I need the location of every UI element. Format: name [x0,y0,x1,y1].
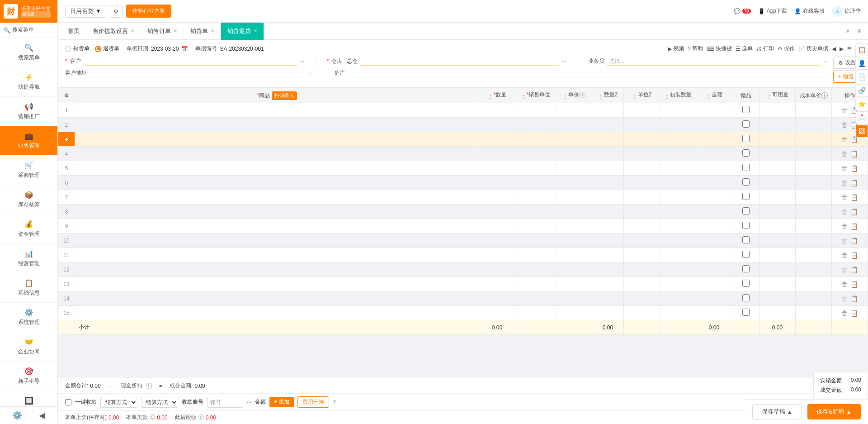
delete-row-icon-14[interactable]: 🗑 [841,295,848,302]
unit2-sort[interactable]: ▲▼ [633,94,637,100]
row-avail-13[interactable] [760,277,796,291]
row-qty-2[interactable] [479,118,515,132]
row-product-13[interactable] [75,277,479,291]
right-icon-2[interactable]: 👤 [855,57,868,70]
staff-input[interactable] [607,57,821,66]
header-settings-button[interactable]: ⚙ [110,5,123,18]
delete-row-icon-12[interactable]: 🗑 [841,266,848,273]
row-qty-4[interactable] [479,147,515,161]
row-avail-1[interactable] [760,103,796,118]
row-qty-5[interactable] [479,161,515,176]
row-amount-6[interactable] [696,176,732,190]
copy-row-icon-15[interactable]: 📋 [850,310,858,317]
add-row-button[interactable]: + [62,135,71,144]
gift-checkbox-3[interactable] [742,135,750,142]
row-product-3[interactable] [75,132,479,147]
row-pack-10[interactable] [660,233,696,248]
row-unit2-4[interactable] [624,147,660,161]
sidebar-item-apps[interactable]: 🔲应用中心 [0,391,57,406]
scan-button[interactable]: 扫码录入 [272,91,297,100]
row-pack-7[interactable] [660,190,696,205]
tab-销货单[interactable]: 销货单✕ [184,23,221,40]
row-unit2-3[interactable] [624,132,660,147]
right-icon-3[interactable]: 📄 [855,71,868,83]
row-cost-14[interactable] [796,291,832,306]
remark-input[interactable] [348,69,828,77]
nav-next[interactable]: ▶ [840,46,844,52]
row-gift-9[interactable] [732,219,760,233]
tab-销售订单[interactable]: 销售订单✕ [141,23,184,40]
row-avail-8[interactable] [760,205,796,219]
right-icon-6[interactable]: 📩 [855,111,868,124]
row-qty-7[interactable] [479,190,515,205]
delete-row-icon-5[interactable]: 🗑 [841,165,848,172]
gift-checkbox-1[interactable] [742,106,750,113]
row-unit-14[interactable] [515,291,556,306]
tab-售价提取设置[interactable]: 售价提取设置✕ [86,23,141,40]
help-btn[interactable]: ? 帮助 [688,45,703,52]
gift-checkbox-6[interactable] [742,178,750,186]
row-avail-10[interactable] [760,233,796,248]
warehouse-input[interactable] [360,57,559,66]
row-pack-9[interactable] [660,219,696,233]
delete-row-icon-1[interactable]: 🗑 [841,107,848,114]
row-unit2-15[interactable] [624,306,660,320]
row-gift-11[interactable] [732,248,760,262]
row-gift-12[interactable] [732,262,760,277]
row-cost-1[interactable] [796,103,832,118]
row-price-6[interactable] [556,176,592,190]
right-icon-4[interactable]: 🔗 [855,84,868,97]
radio-return[interactable]: 退货单 [95,45,119,52]
delete-row-icon-3[interactable]: 🗑 [841,136,848,143]
row-product-1[interactable] [75,103,479,118]
copy-row-icon-11[interactable]: 📋 [850,252,858,259]
row-pack-6[interactable] [660,176,696,190]
row-product-8[interactable] [75,205,479,219]
row-product-6[interactable] [75,176,479,190]
row-unit2-9[interactable] [624,219,660,233]
qty2-sort[interactable]: ▲▼ [599,94,603,100]
copy-row-icon-9[interactable]: 📋 [850,223,858,230]
row-pack-4[interactable] [660,147,696,161]
save-draft-button[interactable]: 保存草稿 ▲ [752,404,802,419]
sidebar-item-purchase[interactable]: 🛒采购管理 [0,156,57,185]
sidebar-item-search[interactable]: 🔍搜索菜单 [0,38,57,67]
sidebar-item-inventory[interactable]: 📦库存核算 [0,185,57,214]
shortcut-btn[interactable]: ⌨ 快捷键 [707,45,732,52]
delete-row-icon-8[interactable]: 🗑 [841,208,848,215]
row-qty-1[interactable] [479,103,515,118]
row-unit2-14[interactable] [624,291,660,306]
row-qty-12[interactable] [479,262,515,277]
row-price-11[interactable] [556,248,592,262]
row-unit-11[interactable] [515,248,556,262]
row-amount-9[interactable] [696,219,732,233]
row-unit-9[interactable] [515,219,556,233]
amount-sort[interactable]: ▲▼ [707,94,710,100]
sidebar-item-enterprise[interactable]: 🤝企业协同 [0,332,57,362]
sidebar-item-finance[interactable]: 💰资金管理 [0,214,57,244]
row-price-3[interactable] [556,132,592,147]
delete-row-icon-6[interactable]: 🗑 [841,179,848,186]
row-gift-6[interactable] [732,176,760,190]
row-qty2-4[interactable] [592,147,624,161]
copy-row-icon-4[interactable]: 📋 [850,150,858,157]
row-pack-11[interactable] [660,248,696,262]
row-unit-3[interactable] [515,132,556,147]
daily-selector[interactable]: 日用百货 ▼ [65,5,106,18]
row-qty2-3[interactable] [592,132,624,147]
gift-checkbox-9[interactable] [742,222,750,229]
row-amount-3[interactable] [696,132,732,147]
row-cost-2[interactable] [796,118,832,132]
row-cost-6[interactable] [796,176,832,190]
row-amount-13[interactable] [696,277,732,291]
copy-row-icon-13[interactable]: 📋 [850,281,858,288]
row-qty-11[interactable] [479,248,515,262]
gift-checkbox-10[interactable] [742,236,750,243]
row-gift-15[interactable] [732,306,760,320]
row-gift-14[interactable] [732,291,760,306]
row-price-15[interactable] [556,306,592,320]
row-qty2-15[interactable] [592,306,624,320]
row-pack-12[interactable] [660,262,696,277]
account-input[interactable] [207,397,243,408]
collapse-icon[interactable]: ◀ [39,410,45,420]
